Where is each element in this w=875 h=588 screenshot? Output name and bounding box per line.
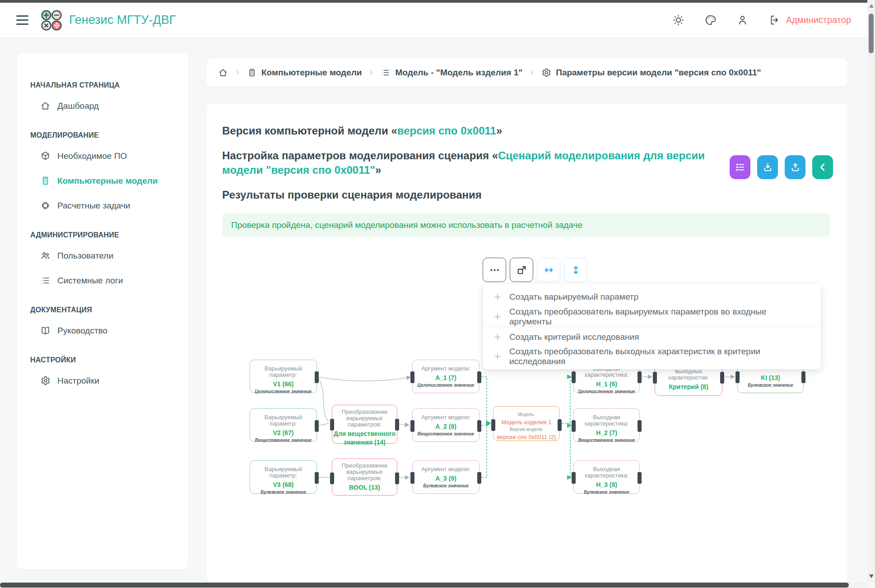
breadcrumb-item-calc[interactable]: Компьютерные модели [247, 68, 362, 78]
diagram-node-a2[interactable]: Аргумент модели:A_2 (8)Вещественное знач… [412, 408, 479, 442]
output-port[interactable] [638, 371, 642, 383]
output-port[interactable] [477, 472, 481, 484]
output-port[interactable] [477, 371, 481, 383]
diagram-node-h2[interactable]: Выходная характеристика:H_2 (7)Веществен… [573, 408, 640, 442]
vertical-scrollbar[interactable] [867, 0, 875, 582]
sidebar-item-cube[interactable]: Необходимое ПО [30, 144, 188, 168]
scroll-down-arrow[interactable] [869, 574, 874, 578]
checklist-button[interactable] [730, 155, 750, 179]
diagram-node-v2[interactable]: Варьируемый параметр:V2 (67)Вещественное… [250, 408, 317, 442]
expand-icon [516, 264, 527, 276]
input-port[interactable] [735, 371, 740, 383]
fit-horizontal-button[interactable] [537, 258, 560, 282]
node-text-type: Булевское значение [738, 383, 803, 388]
menu-item-create-2[interactable]: Создать критерий исследования [483, 327, 821, 347]
upload-button[interactable] [785, 155, 805, 179]
node-text-tinylabel: Версия модели: [493, 427, 559, 432]
output-port[interactable] [801, 371, 805, 383]
node-text-label: Варьируемый параметр: [250, 414, 316, 427]
diagram-node-a3[interactable]: Аргумент модели:A_3 (9)Булевское значени… [412, 460, 479, 494]
sidebar-item-book[interactable]: Руководство [30, 318, 188, 343]
theme-toggle-icon[interactable] [672, 14, 684, 26]
node-text-name: A_2 (8) [413, 423, 479, 431]
palette-icon[interactable] [704, 14, 717, 26]
input-port[interactable] [410, 472, 414, 484]
horizontal-scroll-thumb[interactable] [0, 583, 849, 588]
scroll-up-arrow[interactable] [869, 4, 874, 8]
sidebar-item-chip[interactable]: Расчетные задачи [30, 193, 188, 218]
download-icon [762, 162, 773, 173]
diagram-node-t1[interactable]: Преобразование варьируемыхпараметров:Для… [332, 405, 397, 444]
arrows-vertical-icon [570, 264, 582, 276]
diagram-node-t2[interactable]: Преобразование варьируемыхпараметров:BOO… [332, 458, 397, 495]
input-port[interactable] [572, 472, 576, 484]
sidebar-item-label: Компьютерные модели [57, 176, 158, 186]
diagram-node-v1[interactable]: Варьируемый параметр:V1 (66)Целочисленно… [250, 360, 317, 393]
hamburger-menu-button[interactable] [16, 15, 28, 25]
input-port[interactable] [330, 472, 334, 484]
sidebar-section-label: ДОКУМЕНТАЦИЯ [30, 302, 188, 318]
output-port[interactable] [477, 420, 481, 432]
input-port[interactable] [330, 419, 334, 431]
card-action-buttons [730, 155, 833, 179]
output-port[interactable] [315, 371, 319, 383]
output-port[interactable] [638, 472, 642, 484]
sidebar-item-users[interactable]: Пользователи [30, 243, 188, 268]
output-port[interactable] [720, 372, 724, 384]
sidebar-item-list[interactable]: Системные логи [30, 268, 188, 293]
output-port[interactable] [395, 419, 399, 431]
diagram-node-v3[interactable]: Варьируемый параметр:V3 (68)Булевское зн… [250, 460, 317, 494]
sidebar-item-gear[interactable]: Настройки [30, 368, 188, 393]
node-text-name: V1 (66) [250, 380, 316, 388]
user-role-label: Администратор [786, 15, 851, 25]
top-scroll-strip[interactable] [0, 0, 867, 3]
sidebar-item-home[interactable]: Дашбоард [30, 93, 188, 118]
input-port[interactable] [410, 371, 414, 383]
breadcrumb-label: Компьютерные модели [261, 68, 362, 78]
sidebar-item-calc[interactable]: Компьютерные модели [30, 168, 188, 193]
breadcrumb-separator-icon [234, 69, 241, 76]
more-options-button[interactable] [483, 258, 506, 282]
output-port[interactable] [558, 419, 562, 431]
menu-item-create-0[interactable]: Создать варьируемый параметр [483, 287, 821, 307]
node-text-label: Варьируемый параметр: [250, 366, 316, 378]
node-text-type: Вещественное значение [413, 431, 479, 437]
input-port[interactable] [491, 419, 495, 431]
horizontal-scrollbar[interactable] [0, 582, 867, 588]
input-port[interactable] [410, 420, 414, 432]
main-content-card: Версия компьютерной модели «версия спо 0… [206, 104, 847, 582]
node-text-name: V3 (68) [250, 481, 316, 489]
node-text-label: Аргумент модели: [413, 366, 479, 372]
breadcrumb-item-gear[interactable]: Параметры версии модели "версия спо 0x00… [541, 68, 761, 78]
user-profile-icon[interactable] [736, 14, 749, 26]
logout-icon [768, 14, 781, 26]
diagram-node-a1[interactable]: Аргумент модели:A_1 (7)Целочисленное зна… [412, 360, 479, 393]
collapse-button[interactable] [812, 155, 833, 179]
vertical-scroll-thumb[interactable] [869, 14, 874, 53]
logout-button[interactable]: Администратор [768, 14, 851, 26]
diagram-node-h3[interactable]: Выходная характеристика:H_3 (8)Булевское… [573, 460, 640, 494]
output-port[interactable] [315, 420, 319, 432]
breadcrumb-separator-icon [528, 69, 535, 76]
chevron-left-icon [817, 162, 828, 173]
output-port[interactable] [315, 472, 319, 484]
diagram-node-model[interactable]: Модель:Модель изделия 1Версия модели:вер… [493, 406, 560, 441]
sidebar-item-label: Дашбоард [57, 101, 99, 111]
download-button[interactable] [757, 155, 778, 179]
fullscreen-button[interactable] [510, 258, 533, 282]
breadcrumb-item-home[interactable] [218, 68, 228, 78]
node-text-name: A_1 (7) [413, 374, 479, 382]
menu-item-create-1[interactable]: Создать преобразователь варьируемых пара… [483, 307, 821, 327]
input-port[interactable] [572, 420, 576, 432]
node-text-type: Булевское значение [250, 490, 316, 495]
node-text-type: Булевское значение [574, 490, 639, 495]
input-port[interactable] [653, 372, 657, 384]
fit-vertical-button[interactable] [564, 258, 587, 282]
input-port[interactable] [572, 371, 576, 383]
menu-item-create-3[interactable]: Создать преобразователь выходных характе… [483, 347, 821, 366]
breadcrumb-item-list[interactable]: Модель - "Модель изделия 1" [381, 68, 522, 78]
sidebar-item-label: Расчетные задачи [57, 201, 130, 211]
output-port[interactable] [638, 420, 642, 432]
node-text-orange: версия спо 0x0011 (2) [493, 434, 559, 440]
output-port[interactable] [395, 472, 399, 484]
